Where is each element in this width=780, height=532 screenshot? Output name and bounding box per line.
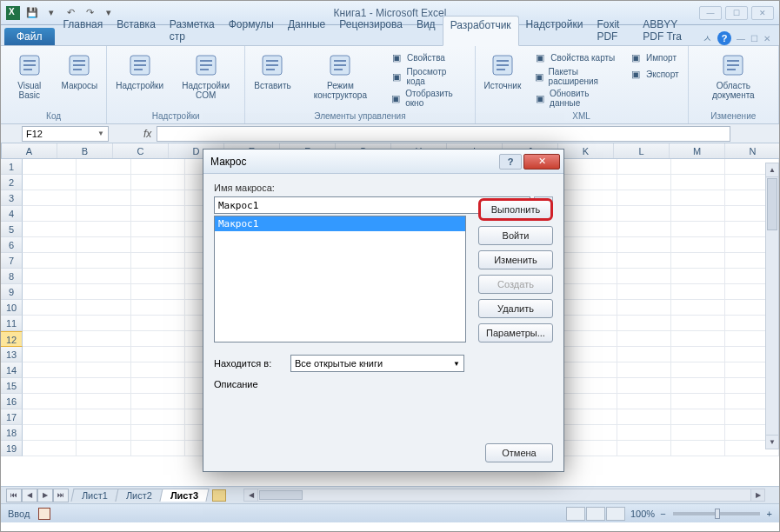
row-header[interactable]: 8 <box>1 269 23 284</box>
cell[interactable] <box>563 378 617 394</box>
dialog-help-button[interactable]: ? <box>499 154 522 170</box>
ribbon-button[interactable]: Visual Basic <box>6 50 53 102</box>
cell[interactable] <box>131 237 185 253</box>
options-button[interactable]: Параметры... <box>478 323 553 342</box>
cell[interactable] <box>131 316 185 331</box>
cell[interactable] <box>671 190 725 206</box>
cell[interactable] <box>671 300 725 316</box>
cell[interactable] <box>23 206 77 222</box>
cell[interactable] <box>23 425 77 441</box>
ribbon-small-button[interactable]: ▣Импорт <box>625 50 683 65</box>
help-icon[interactable]: ? <box>717 31 731 45</box>
sheet-nav-next[interactable]: ▶ <box>37 489 53 502</box>
sheet-tab[interactable]: Лист2 <box>115 489 163 502</box>
dialog-close-button[interactable]: ✕ <box>523 154 560 170</box>
cell[interactable] <box>671 394 725 409</box>
cell[interactable] <box>23 269 77 284</box>
ribbon-tab-3[interactable]: Формулы <box>222 16 281 45</box>
cell[interactable] <box>617 253 671 269</box>
cell[interactable] <box>671 331 725 347</box>
row-header[interactable]: 19 <box>1 441 23 456</box>
cell[interactable] <box>563 425 617 441</box>
row-header[interactable]: 11 <box>1 316 23 331</box>
cell[interactable] <box>617 409 671 425</box>
column-header[interactable]: C <box>113 143 169 158</box>
cell[interactable] <box>77 362 130 378</box>
cell[interactable] <box>23 347 77 362</box>
cell[interactable] <box>23 253 77 269</box>
row-header[interactable]: 14 <box>1 362 23 378</box>
cell[interactable] <box>671 441 725 456</box>
cell[interactable] <box>131 347 185 362</box>
cell[interactable] <box>671 362 725 378</box>
ribbon-small-button[interactable]: ▣Свойства <box>386 50 470 65</box>
cell[interactable] <box>131 284 185 300</box>
formula-input[interactable] <box>157 126 730 142</box>
cell[interactable] <box>563 190 617 206</box>
cell[interactable] <box>671 316 725 331</box>
cell[interactable] <box>617 222 671 237</box>
zoom-thumb[interactable] <box>715 509 720 519</box>
cell[interactable] <box>563 253 617 269</box>
row-header[interactable]: 4 <box>1 206 23 222</box>
cell[interactable] <box>77 316 130 331</box>
cell[interactable] <box>671 425 725 441</box>
cell[interactable] <box>77 190 130 206</box>
cell[interactable] <box>23 362 77 378</box>
scroll-right-icon[interactable]: ▶ <box>750 489 764 501</box>
cell[interactable] <box>77 222 130 237</box>
ribbon-button[interactable]: Вставить <box>250 50 294 92</box>
cell[interactable] <box>77 441 130 456</box>
cell[interactable] <box>23 284 77 300</box>
cell[interactable] <box>563 300 617 316</box>
cell[interactable] <box>617 347 671 362</box>
ribbon-tab-10[interactable]: ABBYY PDF Tra <box>636 16 703 45</box>
cancel-button[interactable]: Отмена <box>485 443 553 462</box>
cell[interactable] <box>563 441 617 456</box>
zoom-in-icon[interactable]: + <box>767 509 772 519</box>
cell[interactable] <box>671 222 725 237</box>
zoom-level[interactable]: 100% <box>630 509 655 519</box>
cell[interactable] <box>563 316 617 331</box>
cell[interactable] <box>23 300 77 316</box>
ribbon-small-button[interactable]: ▣Пакеты расширения <box>530 66 620 87</box>
cell[interactable] <box>617 362 671 378</box>
cell[interactable] <box>671 409 725 425</box>
row-header[interactable]: 10 <box>1 300 23 316</box>
name-box-dropdown-icon[interactable]: ▼ <box>97 130 104 137</box>
ribbon-button[interactable]: Надстройки <box>112 50 167 92</box>
cell[interactable] <box>77 378 130 394</box>
cell[interactable] <box>617 190 671 206</box>
ribbon-button[interactable]: Макросы <box>58 50 102 92</box>
ribbon-tab-7[interactable]: Разработчик <box>443 16 519 46</box>
cell[interactable] <box>617 316 671 331</box>
row-header[interactable]: 1 <box>1 159 23 175</box>
row-header[interactable]: 12 <box>1 331 23 347</box>
cell[interactable] <box>563 237 617 253</box>
view-page-layout[interactable] <box>586 507 605 521</box>
row-header[interactable]: 13 <box>1 347 23 362</box>
cell[interactable] <box>671 159 725 175</box>
cell[interactable] <box>77 300 130 316</box>
column-header[interactable]: A <box>2 143 57 158</box>
cell[interactable] <box>23 190 77 206</box>
cell[interactable] <box>23 331 77 347</box>
ribbon-tab-1[interactable]: Вставка <box>110 16 163 45</box>
column-header[interactable]: N <box>725 143 779 158</box>
column-header[interactable]: L <box>614 143 670 158</box>
cell[interactable] <box>131 222 185 237</box>
delete-button[interactable]: Удалить <box>478 299 553 318</box>
maximize-button[interactable]: ☐ <box>725 6 748 20</box>
cell[interactable] <box>23 441 77 456</box>
cell[interactable] <box>131 190 185 206</box>
cell[interactable] <box>563 409 617 425</box>
row-header[interactable]: 3 <box>1 190 23 206</box>
cell[interactable] <box>131 409 185 425</box>
ribbon-tab-4[interactable]: Данные <box>281 16 332 45</box>
cell[interactable] <box>563 362 617 378</box>
save-button[interactable]: 💾 <box>23 4 41 22</box>
cell[interactable] <box>23 237 77 253</box>
file-tab[interactable]: Файл <box>4 28 55 45</box>
ribbon-tab-6[interactable]: Вид <box>410 16 443 45</box>
sheet-tab[interactable]: Лист3 <box>159 489 209 502</box>
